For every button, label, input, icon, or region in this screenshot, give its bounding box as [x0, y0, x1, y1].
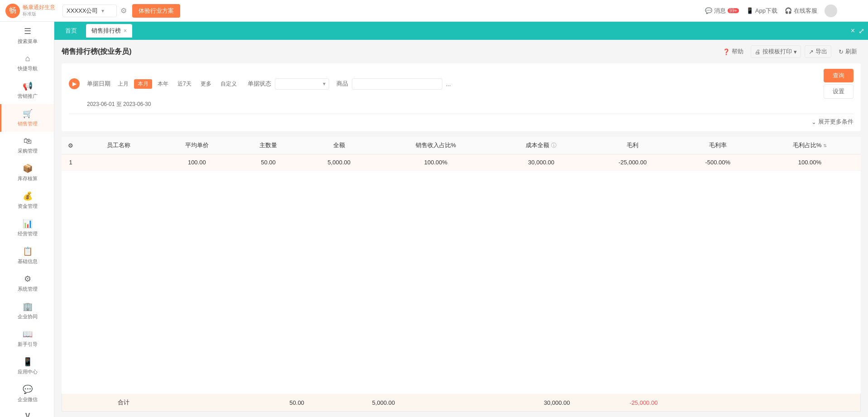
sidebar-label-wechat: 企业微信 [18, 396, 38, 403]
tab-home[interactable]: 首页 [58, 22, 84, 40]
sidebar-label-operations: 经营管理 [18, 230, 38, 237]
refresh-button[interactable]: ↻ 刷新 [835, 46, 861, 58]
table-container: ⚙ 员工名称 平均单价 主数量 全额 销售收入占比% 成本全额 ⓘ [62, 137, 861, 394]
status-select[interactable] [275, 78, 329, 90]
search-button[interactable]: 查询 [824, 69, 854, 82]
col-settings[interactable]: ⚙ [62, 137, 80, 154]
goods-filter: 商品 ... [336, 78, 451, 90]
avatar[interactable] [825, 5, 837, 17]
trial-button[interactable]: 体验行业方案 [132, 4, 180, 18]
total-profit: -25,000.00 [600, 399, 687, 406]
tab-label: 销售排行榜 [91, 27, 121, 35]
cost-help-icon[interactable]: ⓘ [551, 142, 556, 149]
tab-sales-rank[interactable]: 销售排行榜 × [86, 24, 132, 38]
expand-button[interactable]: ⌄ 展开更多条件 [811, 118, 854, 126]
message-item[interactable]: 💬 消息 99+ [705, 7, 739, 15]
app-center-icon: 📱 [23, 357, 33, 367]
col-profit-rate: 毛利率 [677, 137, 759, 154]
status-label: 单据状态 [248, 80, 271, 88]
company-name: XXXXX公司 [67, 7, 98, 15]
export-icon: ↗ [809, 48, 814, 55]
filter-toggle-arrow[interactable]: ▶ [69, 78, 80, 89]
date-tab-more[interactable]: 更多 [197, 79, 215, 89]
cell-sales-pct: 100.00% [377, 154, 494, 171]
profit-pct-sort-icon[interactable]: ⇅ [823, 143, 827, 148]
sidebar-item-wechat[interactable]: 💬 企业微信 [0, 380, 54, 407]
filter-bar: ▶ 单据日期 上月 本月 本年 近7天 更多 自定义 [62, 63, 861, 131]
wechat-icon: 💬 [23, 384, 33, 394]
sidebar: ☰ 搜索菜单 ⌂ 快捷导航 📢 营销推广 🛒 销售管理 🛍 采购管理 📦 库 [0, 22, 54, 417]
question-icon: ❓ [723, 48, 730, 55]
date-tab-this-year[interactable]: 本年 [154, 79, 172, 89]
goods-label: 商品 [336, 80, 348, 88]
goods-input[interactable] [352, 78, 442, 90]
cell-avg-price: 100.00 [158, 154, 236, 171]
sidebar-label-search: 搜索菜单 [18, 38, 38, 45]
sidebar-label-guide: 新手引导 [18, 341, 38, 348]
sidebar-item-enterprise[interactable]: 🏢 企业协同 [0, 297, 54, 325]
tab-bar: 首页 销售排行榜 × × ⤢ [54, 22, 868, 40]
date-tab-custom[interactable]: 自定义 [217, 79, 240, 89]
date-filter: 单据日期 上月 本月 本年 近7天 更多 自定义 [87, 79, 240, 89]
col-cost: 成本全额 ⓘ [494, 137, 588, 154]
sidebar-label-enterprise: 企业协同 [18, 313, 38, 320]
chevron-down-icon: ▾ [101, 8, 104, 14]
sidebar-item-search-order[interactable]: ☰ 搜索菜单 [0, 22, 54, 49]
setting-button[interactable]: 设置 [824, 84, 854, 99]
sidebar-item-guide[interactable]: 📖 新手引导 [0, 325, 54, 352]
tab-close-icon[interactable]: × [124, 28, 127, 34]
tab-expand-icon[interactable]: ⤢ [858, 27, 864, 35]
cell-profit: -25,000.00 [588, 154, 677, 171]
top-right: 💬 消息 99+ 📱 App下载 🎧 在线客服 [705, 5, 863, 17]
sidebar-item-sales[interactable]: 🛒 销售管理 [0, 104, 54, 132]
sidebar-item-app-center[interactable]: 📱 应用中心 [0, 352, 54, 380]
total-cost: 30,000.00 [513, 399, 600, 406]
total-row: 合计 50.00 5,000.00 30,000.00 -25,000.00 [62, 394, 861, 412]
tab-minimize-icon[interactable]: × [851, 27, 855, 35]
message-icon: 💬 [705, 7, 712, 14]
export-button[interactable]: ↗ 导出 [805, 45, 831, 58]
logo-icon: 畅 [5, 4, 20, 18]
sidebar-item-basics[interactable]: 📋 基础信息 [0, 242, 54, 269]
more-filter-btn[interactable]: ... [446, 81, 451, 87]
sidebar-item-system[interactable]: ⚙ 系统管理 [0, 269, 54, 297]
sidebar-item-inventory[interactable]: 📦 库存核算 [0, 159, 54, 187]
print-button[interactable]: 🖨 按模板打印 ▾ [751, 45, 801, 58]
filter-actions: 查询 设置 [824, 69, 854, 99]
sidebar-item-quick-nav[interactable]: ⌂ 快捷导航 [0, 49, 54, 77]
app-download-item[interactable]: 📱 App下载 [746, 7, 777, 15]
finance-icon: 💰 [23, 191, 33, 201]
help-button[interactable]: ❓ 帮助 [719, 46, 747, 58]
logo-area: 畅 畅康通好生意 标准版 [5, 4, 55, 18]
sidebar-item-purchase[interactable]: 🛍 采购管理 [0, 132, 54, 159]
col-profit-pct: 毛利占比% ⇅ [759, 137, 861, 154]
marketing-icon: 📢 [23, 81, 33, 91]
sidebar-item-member[interactable]: V 畅会员 [0, 407, 54, 417]
system-icon: ⚙ [24, 274, 31, 284]
settings-icon[interactable]: ⚙ [120, 6, 127, 15]
date-tab-7days[interactable]: 近7天 [174, 79, 195, 89]
date-tab-last-month[interactable]: 上月 [114, 79, 132, 89]
total-label: 合计 [80, 398, 167, 407]
total-main-qty: 50.00 [254, 399, 340, 406]
service-item[interactable]: 🎧 在线客服 [785, 7, 817, 15]
date-tab-this-month[interactable]: 本月 [134, 79, 152, 89]
col-profit: 毛利 [588, 137, 677, 154]
cell-profit-pct: 100.00% [759, 154, 861, 171]
sidebar-item-finance[interactable]: 💰 资金管理 [0, 187, 54, 214]
sidebar-label-basics: 基础信息 [18, 258, 38, 265]
sidebar-label-sales: 销售管理 [18, 120, 38, 127]
company-selector[interactable]: XXXXX公司 ▾ [62, 5, 117, 17]
guide-icon: 📖 [23, 329, 33, 339]
expand-label: 展开更多条件 [818, 118, 854, 126]
date-label: 单据日期 [87, 80, 110, 88]
sidebar-item-operations[interactable]: 📊 经营管理 [0, 214, 54, 242]
cell-profit-rate: -500.00% [677, 154, 759, 171]
basics-icon: 📋 [23, 246, 33, 256]
cell-cost: 30,000.00 [494, 154, 588, 171]
sidebar-label-inventory: 库存核算 [18, 175, 38, 182]
content-area: 首页 销售排行榜 × × ⤢ 销售排行榜(按业务员) ❓ [54, 22, 868, 417]
sidebar-item-marketing[interactable]: 📢 营销推广 [0, 77, 54, 104]
total-amount: 5,000.00 [340, 399, 427, 406]
app-icon: 📱 [746, 7, 753, 14]
